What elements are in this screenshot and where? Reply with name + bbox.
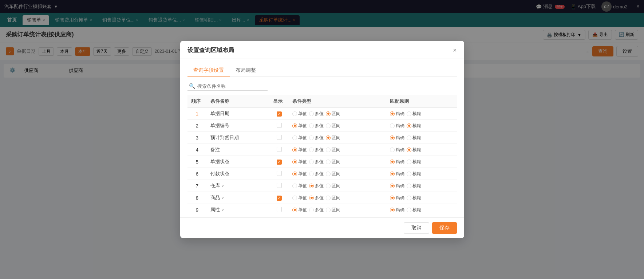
radio-multi[interactable]: 多值 — [309, 171, 324, 177]
row-display-checkbox[interactable] — [269, 204, 289, 212]
radio-fuzzy[interactable]: 模糊 — [407, 171, 421, 177]
radio-multi[interactable]: 多值 — [309, 135, 324, 141]
checkbox[interactable] — [277, 123, 282, 128]
row-display-checkbox[interactable] — [269, 180, 289, 192]
tab-query-fields[interactable]: 查询字段设置 — [187, 65, 230, 76]
row-display-checkbox[interactable] — [269, 132, 289, 144]
checkbox[interactable]: ✓ — [277, 196, 282, 201]
radio-range[interactable]: 区间 — [326, 207, 340, 212]
tab-layout-adjust[interactable]: 布局调整 — [230, 65, 262, 76]
row-display-checkbox[interactable]: ✓ — [269, 156, 289, 168]
radio-dot-range — [326, 172, 331, 176]
row-display-checkbox[interactable] — [269, 120, 289, 132]
table-row: 6付款状态 单值 多值 区间 精确 — [187, 168, 457, 180]
row-display-checkbox[interactable]: ✓ — [269, 192, 289, 204]
table-row: 5单据状态✓ 单值 多值 区间 精确 — [187, 156, 457, 168]
radio-multi[interactable]: 多值 — [309, 183, 324, 189]
radio-exact[interactable]: 精确 — [390, 207, 404, 212]
save-button[interactable]: 保存 — [432, 222, 457, 234]
settings-table-scroll[interactable]: 顺序 条件名称 显示 条件类型 匹配原则 1单据日期✓ 单值 — [187, 95, 457, 212]
search-input[interactable] — [197, 83, 263, 89]
modal-tabs: 查询字段设置 布局调整 — [187, 65, 457, 76]
radio-range[interactable]: 区间 — [326, 195, 340, 201]
radio-multi[interactable]: 多值 — [309, 159, 324, 165]
radio-single[interactable]: 单值 — [292, 159, 307, 165]
radio-fuzzy[interactable]: 模糊 — [407, 111, 421, 117]
radio-multi[interactable]: 多值 — [309, 111, 324, 117]
radio-range[interactable]: 区间 — [326, 135, 340, 141]
condition-name-text: 付款状态 — [210, 171, 229, 176]
match-radio-group: 精确 模糊 — [390, 159, 453, 165]
radio-range[interactable]: 区间 — [326, 147, 340, 153]
checkbox[interactable]: ✓ — [277, 160, 282, 165]
radio-dot-range — [326, 184, 331, 188]
row-display-checkbox[interactable]: ✓ — [269, 108, 289, 120]
radio-range[interactable]: 区间 — [326, 111, 340, 117]
radio-single[interactable]: 单值 — [292, 111, 307, 117]
radio-fuzzy[interactable]: 模糊 — [407, 207, 421, 212]
radio-range[interactable]: 区间 — [326, 159, 340, 165]
radio-fuzzy[interactable]: 模糊 — [407, 147, 421, 153]
radio-exact[interactable]: 精确 — [390, 159, 404, 165]
match-radio-group: 精确 模糊 — [390, 135, 453, 141]
match-radio-group: 精确 模糊 — [390, 111, 453, 117]
radio-dot-multi — [309, 160, 314, 164]
radio-exact[interactable]: 精确 — [390, 183, 404, 189]
row-order: 3 — [187, 132, 207, 144]
match-radio-group: 精确 模糊 — [390, 183, 453, 189]
row-display-checkbox[interactable] — [269, 168, 289, 180]
radio-dot-fuzzy — [407, 123, 411, 128]
radio-single[interactable]: 单值 — [292, 135, 307, 141]
radio-dot-exact — [390, 172, 395, 176]
order-number: 4 — [196, 147, 198, 153]
radio-single[interactable]: 单值 — [292, 183, 307, 189]
table-row: 4备注 单值 多值 区间 精确 — [187, 144, 457, 156]
row-condition-name: 单据日期 — [207, 108, 269, 120]
radio-fuzzy[interactable]: 模糊 — [407, 195, 421, 201]
radio-dot-exact — [390, 123, 395, 128]
checkbox[interactable]: ✓ — [277, 111, 282, 117]
radio-single[interactable]: 单值 — [292, 147, 307, 153]
radio-multi[interactable]: 多值 — [309, 123, 324, 129]
cancel-button[interactable]: 取消 — [404, 222, 429, 234]
radio-dot-single — [292, 196, 297, 200]
checkbox[interactable] — [277, 207, 282, 212]
radio-exact[interactable]: 精确 — [390, 195, 404, 201]
row-type-radios: 单值 多值 区间 — [289, 120, 386, 132]
match-radio-group: 精确 模糊 — [390, 207, 453, 212]
type-radio-group: 单值 多值 区间 — [292, 135, 383, 141]
row-order: 6 — [187, 168, 207, 180]
modal-title: 设置查询区域布局 — [187, 47, 234, 54]
radio-dot-single — [292, 148, 297, 152]
order-number: 8 — [196, 195, 198, 201]
checkbox[interactable] — [277, 183, 282, 188]
radio-single[interactable]: 单值 — [292, 195, 307, 201]
radio-fuzzy[interactable]: 模糊 — [407, 135, 421, 141]
row-display-checkbox[interactable] — [269, 144, 289, 156]
checkbox[interactable] — [277, 135, 282, 140]
radio-multi[interactable]: 多值 — [309, 147, 324, 153]
radio-fuzzy[interactable]: 模糊 — [407, 123, 421, 129]
checkbox[interactable] — [277, 147, 282, 152]
radio-fuzzy[interactable]: 模糊 — [407, 183, 421, 189]
radio-exact[interactable]: 精确 — [390, 147, 404, 153]
radio-single[interactable]: 单值 — [292, 171, 307, 177]
modal-body: 查询字段设置 布局调整 🔍 顺序 条件名称 显示 — [180, 59, 464, 217]
radio-fuzzy[interactable]: 模糊 — [407, 159, 421, 165]
radio-multi[interactable]: 多值 — [309, 195, 324, 201]
radio-single[interactable]: 单值 — [292, 123, 307, 129]
radio-exact[interactable]: 精确 — [390, 111, 404, 117]
radio-exact[interactable]: 精确 — [390, 123, 404, 129]
radio-range[interactable]: 区间 — [326, 123, 340, 129]
modal-close-button[interactable]: × — [453, 47, 457, 54]
row-match-radios: 精确 模糊 — [386, 180, 457, 192]
radio-single[interactable]: 单值 — [292, 207, 307, 212]
radio-range[interactable]: 区间 — [326, 171, 340, 177]
radio-range[interactable]: 区间 — [326, 183, 340, 189]
radio-multi[interactable]: 多值 — [309, 207, 324, 212]
radio-dot-fuzzy — [407, 196, 411, 200]
checkbox[interactable] — [277, 171, 282, 176]
row-type-radios: 单值 多值 区间 — [289, 168, 386, 180]
radio-exact[interactable]: 精确 — [390, 171, 404, 177]
radio-exact[interactable]: 精确 — [390, 135, 404, 141]
